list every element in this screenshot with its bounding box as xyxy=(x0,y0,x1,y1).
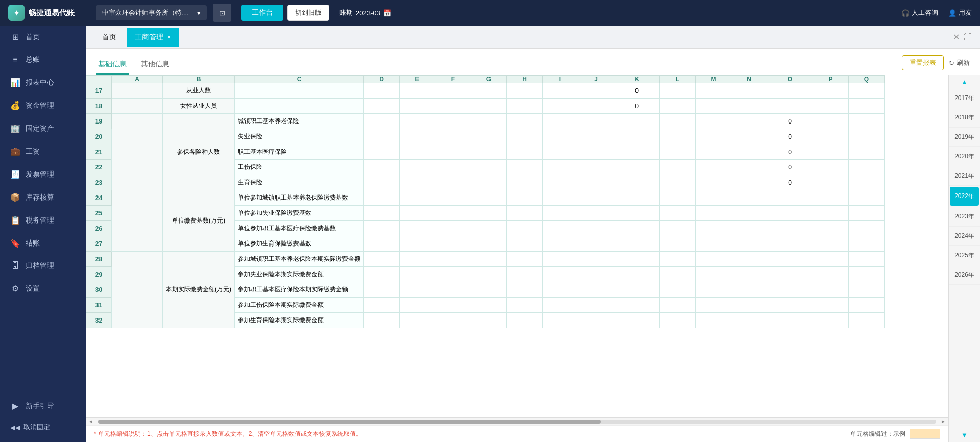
year-item-2018[interactable]: 2018年 xyxy=(949,108,980,128)
cell-29-d[interactable] xyxy=(364,267,400,282)
cell-18-h[interactable] xyxy=(507,99,543,114)
close-window-button[interactable]: ✕ xyxy=(953,32,960,42)
cell-30-n[interactable] xyxy=(731,282,767,298)
sidebar-item-home[interactable]: ⊞ 首页 xyxy=(0,26,86,48)
cell-21-f[interactable] xyxy=(435,144,471,160)
cell-29-c[interactable]: 参加失业保险本期实际缴费金额 xyxy=(235,267,364,282)
cell-24-p[interactable] xyxy=(813,190,849,206)
cell-23-l[interactable] xyxy=(660,175,696,190)
cell-19-d[interactable] xyxy=(364,114,400,129)
cell-32-d[interactable] xyxy=(364,313,400,328)
cell-32-c[interactable]: 参加生育保险本期实际缴费金额 xyxy=(235,313,364,328)
cell-25-q[interactable] xyxy=(849,206,885,221)
cell-29-f[interactable] xyxy=(435,267,471,282)
cell-25-o[interactable] xyxy=(767,206,813,221)
cell-26-l[interactable] xyxy=(660,221,696,236)
cell-25-g[interactable] xyxy=(471,206,507,221)
cell-26-j[interactable] xyxy=(578,221,614,236)
cell-22-c[interactable]: 工伤保险 xyxy=(235,160,364,175)
cell-28-q[interactable] xyxy=(849,252,885,267)
cell-20-q[interactable] xyxy=(849,129,885,144)
cell-24-f[interactable] xyxy=(435,190,471,206)
cell-24-a[interactable] xyxy=(112,190,163,252)
cell-29-h[interactable] xyxy=(507,267,543,282)
cell-28-c[interactable]: 参加城镇职工基本养老保险本期实际缴费金额 xyxy=(235,252,364,267)
cell-28-j[interactable] xyxy=(578,252,614,267)
cell-28-k[interactable] xyxy=(614,252,660,267)
cell-18-f[interactable] xyxy=(435,99,471,114)
cell-18-j[interactable] xyxy=(578,99,614,114)
cell-27-j[interactable] xyxy=(578,236,614,252)
cell-25-h[interactable] xyxy=(507,206,543,221)
cell-24-i[interactable] xyxy=(543,190,578,206)
cell-23-m[interactable] xyxy=(696,175,731,190)
cell-28-d[interactable] xyxy=(364,252,400,267)
cell-22-g[interactable] xyxy=(471,160,507,175)
cell-24-q[interactable] xyxy=(849,190,885,206)
tab-home[interactable]: 首页 xyxy=(94,28,125,47)
cell-26-k[interactable] xyxy=(614,221,660,236)
cell-17-i[interactable] xyxy=(543,83,578,99)
cell-30-o[interactable] xyxy=(767,282,813,298)
tab-gongshang[interactable]: 工商管理 × xyxy=(127,28,179,47)
cell-19-m[interactable] xyxy=(696,114,731,129)
cell-25-e[interactable] xyxy=(400,206,435,221)
cell-32-h[interactable] xyxy=(507,313,543,328)
cell-17-o[interactable] xyxy=(767,83,813,99)
sidebar-item-settings[interactable]: ⚙ 设置 xyxy=(0,277,86,300)
cell-17-e[interactable] xyxy=(400,83,435,99)
cell-32-m[interactable] xyxy=(696,313,731,328)
sidebar-item-tax[interactable]: 📋 税务管理 xyxy=(0,209,86,232)
cell-31-p[interactable] xyxy=(813,298,849,313)
cell-25-n[interactable] xyxy=(731,206,767,221)
cell-28-e[interactable] xyxy=(400,252,435,267)
cell-20-n[interactable] xyxy=(731,129,767,144)
cell-26-h[interactable] xyxy=(507,221,543,236)
cell-25-c[interactable]: 单位参加失业保险缴费基数 xyxy=(235,206,364,221)
cell-19-q[interactable] xyxy=(849,114,885,129)
cell-27-d[interactable] xyxy=(364,236,400,252)
cell-19-p[interactable] xyxy=(813,114,849,129)
cell-22-j[interactable] xyxy=(578,160,614,175)
cell-18-d[interactable] xyxy=(364,99,400,114)
cell-28-o[interactable] xyxy=(767,252,813,267)
tab-close-icon[interactable]: × xyxy=(167,34,171,41)
cell-17-c[interactable] xyxy=(235,83,364,99)
cell-28-f[interactable] xyxy=(435,252,471,267)
cell-31-h[interactable] xyxy=(507,298,543,313)
cell-22-m[interactable] xyxy=(696,160,731,175)
cell-26-p[interactable] xyxy=(813,221,849,236)
cell-31-d[interactable] xyxy=(364,298,400,313)
old-version-button[interactable]: 切到旧版 xyxy=(287,5,329,21)
sidebar-item-inventory[interactable]: 📦 库存核算 xyxy=(0,186,86,209)
cell-18-a[interactable] xyxy=(112,99,163,114)
cell-22-l[interactable] xyxy=(660,160,696,175)
cell-25-d[interactable] xyxy=(364,206,400,221)
cell-20-m[interactable] xyxy=(696,129,731,144)
cell-22-i[interactable] xyxy=(543,160,578,175)
cell-31-q[interactable] xyxy=(849,298,885,313)
copy-icon[interactable]: ⊡ xyxy=(213,4,231,22)
cell-20-h[interactable] xyxy=(507,129,543,144)
cell-27-l[interactable] xyxy=(660,236,696,252)
cell-18-p[interactable] xyxy=(813,99,849,114)
cell-20-l[interactable] xyxy=(660,129,696,144)
cell-31-o[interactable] xyxy=(767,298,813,313)
cell-28-a[interactable] xyxy=(112,252,163,328)
cell-17-d[interactable] xyxy=(364,83,400,99)
cell-21-j[interactable] xyxy=(578,144,614,160)
cell-24-h[interactable] xyxy=(507,190,543,206)
cell-27-h[interactable] xyxy=(507,236,543,252)
cell-18-k[interactable]: 0 xyxy=(614,99,660,114)
year-item-2023[interactable]: 2023年 xyxy=(949,207,980,227)
cell-31-n[interactable] xyxy=(731,298,767,313)
sidebar-item-invoices[interactable]: 🧾 发票管理 xyxy=(0,163,86,186)
cell-28-n[interactable] xyxy=(731,252,767,267)
sidebar-item-closing[interactable]: 🔖 结账 xyxy=(0,232,86,255)
cell-19-k[interactable] xyxy=(614,114,660,129)
cell-31-i[interactable] xyxy=(543,298,578,313)
cell-32-o[interactable] xyxy=(767,313,813,328)
cell-20-o[interactable]: 0 xyxy=(767,129,813,144)
cell-17-n[interactable] xyxy=(731,83,767,99)
cell-24-n[interactable] xyxy=(731,190,767,206)
